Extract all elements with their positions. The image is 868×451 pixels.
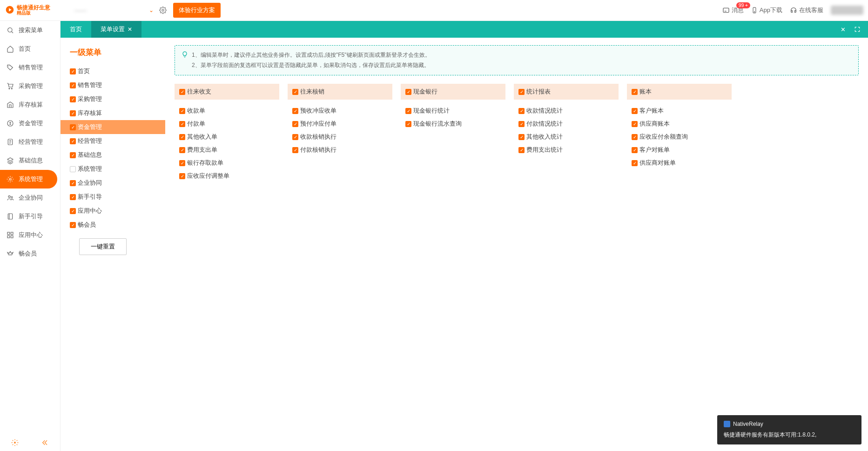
level1-menu-item-1[interactable]: ✓销售管理 [70, 78, 165, 92]
fullscreen-icon[interactable] [852, 24, 862, 34]
checkbox-icon[interactable]: ✓ [292, 134, 298, 140]
submenu-item[interactable]: ✓供应商账本 [632, 117, 727, 130]
submenu-item[interactable]: ✓其他收入统计 [518, 130, 614, 143]
app-download-link[interactable]: App下载 [751, 6, 782, 14]
sidebar-item-10[interactable]: 新手引导 [0, 207, 60, 226]
submenu-item[interactable]: ✓付款核销执行 [292, 143, 388, 156]
settings-gear-icon[interactable] [159, 7, 167, 14]
submenu-item[interactable]: ✓银行存取款单 [179, 156, 275, 169]
checkbox-icon[interactable]: ✓ [179, 173, 185, 179]
checkbox-icon[interactable]: ✓ [632, 134, 638, 140]
checkbox-icon[interactable]: ✓ [70, 208, 76, 214]
checkbox-icon[interactable]: ✓ [632, 108, 638, 114]
checkbox-icon[interactable]: ✓ [70, 194, 76, 200]
checkbox-icon[interactable]: ✓ [518, 147, 525, 153]
chevron-down-icon[interactable]: ⌄ [149, 7, 154, 13]
submenu-item[interactable]: ✓收款单 [179, 104, 275, 117]
card-header[interactable]: ✓账本 [627, 84, 732, 100]
submenu-item[interactable]: ✓预收冲应收单 [292, 104, 388, 117]
tab-close-icon[interactable]: ✕ [128, 26, 132, 33]
submenu-item[interactable]: ✓其他收入单 [179, 130, 275, 143]
checkbox-icon[interactable]: ✓ [292, 121, 298, 127]
sidebar-item-7[interactable]: 基础信息 [0, 151, 60, 170]
checkbox-icon[interactable]: ✓ [70, 152, 76, 158]
checkbox-icon[interactable]: ✓ [292, 147, 298, 153]
card-header[interactable]: ✓统计报表 [514, 84, 619, 100]
sidebar-collapse-icon[interactable] [41, 439, 49, 446]
card-header[interactable]: ✓往来核销 [288, 84, 392, 100]
checkbox-icon[interactable]: ✓ [70, 124, 76, 130]
checkbox-icon[interactable]: ✓ [518, 108, 525, 114]
checkbox-icon[interactable]: ✓ [179, 89, 185, 95]
submenu-item[interactable]: ✓收款情况统计 [518, 104, 614, 117]
level1-menu-item-8[interactable]: ✓企业协同 [70, 176, 165, 190]
checkbox-icon[interactable]: ✓ [70, 82, 76, 88]
checkbox-icon[interactable]: ✓ [632, 160, 638, 166]
tab-close-all-icon[interactable]: ✕ [839, 24, 848, 35]
checkbox-icon[interactable]: ✓ [292, 108, 298, 114]
submenu-item[interactable]: ✓付款情况统计 [518, 117, 614, 130]
checkbox-icon[interactable]: ✓ [405, 121, 411, 127]
level1-menu-item-11[interactable]: ✓畅会员 [70, 218, 165, 232]
checkbox-icon[interactable]: ✓ [632, 121, 638, 127]
submenu-item[interactable]: ✓现金银行统计 [405, 104, 501, 117]
level1-menu-item-6[interactable]: ✓基础信息 [70, 148, 165, 162]
submenu-item[interactable]: ✓费用支出统计 [518, 143, 614, 156]
sidebar-item-4[interactable]: 库存核算 [0, 95, 60, 114]
sidebar-item-0[interactable]: 搜索菜单 [0, 21, 60, 40]
checkbox-icon[interactable]: ✓ [292, 89, 298, 95]
checkbox-icon[interactable]: ✓ [70, 110, 76, 116]
sidebar-item-1[interactable]: 首页 [0, 40, 60, 58]
sidebar-item-8[interactable]: 系统管理 [0, 170, 57, 188]
update-toast[interactable]: NativeRelay 畅捷通硬件服务有新版本可用:1.8.0.2, [717, 415, 861, 444]
tab-0[interactable]: 首页 [61, 21, 91, 38]
checkbox-icon[interactable]: ✓ [179, 108, 185, 114]
submenu-item[interactable]: ✓预付冲应付单 [292, 117, 388, 130]
checkbox-icon[interactable]: ✓ [518, 89, 525, 95]
checkbox-icon[interactable]: ✓ [405, 89, 411, 95]
tab-1[interactable]: 菜单设置✕ [91, 21, 141, 38]
checkbox-icon[interactable]: ✓ [70, 222, 76, 228]
sidebar-item-5[interactable]: 资金管理 [0, 114, 60, 133]
user-avatar[interactable] [831, 6, 863, 15]
checkbox-icon[interactable]: ✓ [179, 160, 185, 166]
checkbox-icon[interactable] [70, 166, 76, 172]
checkbox-icon[interactable]: ✓ [70, 180, 76, 186]
level1-menu-item-5[interactable]: ✓经营管理 [70, 134, 165, 148]
sidebar-gear-icon[interactable] [11, 439, 19, 446]
level1-menu-item-10[interactable]: ✓应用中心 [70, 204, 165, 218]
checkbox-icon[interactable]: ✓ [405, 108, 411, 114]
online-service-link[interactable]: 在线客服 [790, 6, 823, 14]
sidebar-item-6[interactable]: 经营管理 [0, 133, 60, 151]
submenu-item[interactable]: ✓付款单 [179, 117, 275, 130]
experience-plan-button[interactable]: 体验行业方案 [173, 3, 221, 18]
level1-menu-item-3[interactable]: ✓库存核算 [70, 106, 165, 120]
submenu-item[interactable]: ✓应收应付调整单 [179, 169, 275, 182]
reset-button[interactable]: 一键重置 [79, 238, 127, 255]
sidebar-item-2[interactable]: 销售管理 [0, 58, 60, 77]
card-header[interactable]: ✓往来收支 [175, 84, 279, 100]
checkbox-icon[interactable]: ✓ [179, 134, 185, 140]
submenu-item[interactable]: ✓供应商对账单 [632, 156, 727, 169]
checkbox-icon[interactable]: ✓ [70, 68, 76, 74]
checkbox-icon[interactable]: ✓ [70, 138, 76, 144]
sidebar-item-12[interactable]: 畅会员 [0, 244, 60, 263]
messages-link[interactable]: 消息 99 + [722, 6, 744, 14]
checkbox-icon[interactable]: ✓ [632, 89, 638, 95]
submenu-item[interactable]: ✓客户账本 [632, 104, 727, 117]
level1-menu-item-0[interactable]: ✓首页 [70, 64, 165, 78]
submenu-item[interactable]: ✓费用支出单 [179, 143, 275, 156]
sidebar-item-3[interactable]: 采购管理 [0, 77, 60, 95]
checkbox-icon[interactable]: ✓ [518, 121, 525, 127]
level1-menu-item-2[interactable]: ✓采购管理 [70, 92, 165, 106]
sidebar-item-9[interactable]: 企业协同 [0, 188, 60, 207]
checkbox-icon[interactable]: ✓ [70, 96, 76, 102]
submenu-item[interactable]: ✓应收应付余额查询 [632, 130, 727, 143]
sidebar-item-11[interactable]: 应用中心 [0, 226, 60, 244]
checkbox-icon[interactable]: ✓ [632, 147, 638, 153]
submenu-item[interactable]: ✓收款核销执行 [292, 130, 388, 143]
submenu-item[interactable]: ✓客户对账单 [632, 143, 727, 156]
level1-menu-item-7[interactable]: 系统管理 [70, 162, 165, 176]
level1-menu-item-9[interactable]: ✓新手引导 [70, 190, 165, 204]
org-selector[interactable]: —— [74, 7, 130, 14]
